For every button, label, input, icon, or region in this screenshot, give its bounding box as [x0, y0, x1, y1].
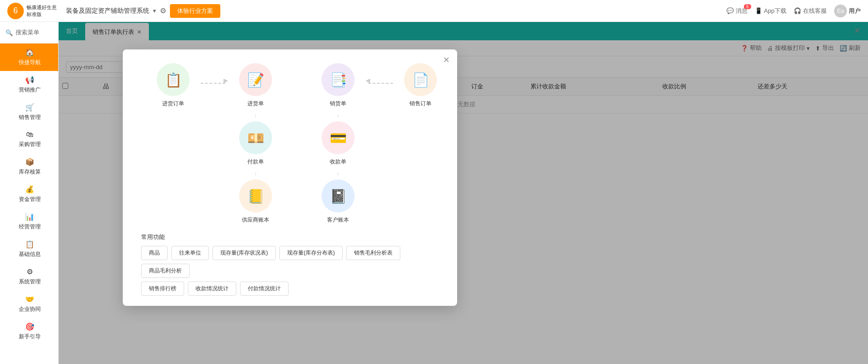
func-pay-stat[interactable]: 付款情况统计 [240, 282, 289, 296]
message-action[interactable]: 💬 消息 6 [726, 7, 748, 15]
online-service-action[interactable]: 🎧 在线客服 [794, 7, 827, 15]
sidebar-item-purchase[interactable]: 🛍 采购管理 [0, 126, 58, 153]
func-row-1: 商品 往来单位 现存量(库存状况表) 现存量(库存分布表) 销售毛利分析表 商品… [141, 246, 439, 278]
customer-ledger-circle: 📓 [322, 179, 355, 212]
sidebar-item-quick-nav[interactable]: 🏠 快捷导航 [0, 43, 58, 71]
sidebar-item-newbie[interactable]: 🎯 新手引导 [0, 318, 58, 345]
sidebar: 🔍 搜索菜单 🏠 快捷导航 📢 营销推广 🛒 销售管理 🛍 采购管理 [0, 22, 59, 364]
sales-icon: 🛒 [25, 103, 34, 112]
user-area[interactable]: Ea 用户 [834, 5, 861, 17]
payment-label: 付款单 [247, 158, 264, 166]
top-left: 6 畅康通好生意 标准版 装备及固定资产辅助管理系统 ▾ ⚙ 体验行业方案 [7, 3, 220, 19]
home-icon: 🏠 [25, 48, 34, 57]
wf-node-purchase[interactable]: 📝 进货单 [239, 63, 272, 108]
receipt-label: 收款单 [330, 158, 346, 166]
popup-overlay[interactable]: ✕ 📋 进货订单 ▶ [59, 22, 868, 364]
app-container: 6 畅康通好生意 标准版 装备及固定资产辅助管理系统 ▾ ⚙ 体验行业方案 💬 … [0, 0, 868, 364]
wf-node-receipt[interactable]: 💳 收款单 [322, 121, 355, 166]
logo-area: 6 畅康通好生意 标准版 [7, 3, 62, 19]
wf-node-payment[interactable]: 💴 付款单 [239, 121, 272, 166]
settings-icon[interactable]: ⚙ [160, 6, 166, 15]
func-partner[interactable]: 往来单位 [171, 246, 209, 260]
sidebar-item-marketing[interactable]: 📢 营销推广 [0, 71, 58, 98]
arrow-right-1: ▶ [201, 77, 228, 94]
arrow-down-3: ↓ [254, 169, 257, 176]
sidebar-search[interactable]: 🔍 搜索菜单 [0, 22, 58, 43]
finance-icon: 💰 [25, 185, 34, 194]
func-stock-status[interactable]: 现存量(库存状况表) [213, 246, 276, 260]
purchase-icon: 🛍 [26, 130, 33, 139]
newbie-icon: 🎯 [25, 322, 34, 331]
download-icon: 📱 [755, 7, 762, 14]
func-goods[interactable]: 商品 [141, 246, 168, 260]
wf-node-sale-order[interactable]: 📄 销售订单 [404, 63, 437, 108]
system-title: 装备及固定资产辅助管理系统 [66, 7, 149, 15]
inventory-icon: 📦 [25, 158, 34, 166]
wf-node-supplier-ledger[interactable]: 📒 供应商账本 [239, 179, 272, 224]
arrow-down-2: ↓ [337, 112, 340, 118]
sidebar-item-sales[interactable]: 🛒 销售管理 [0, 98, 58, 126]
headset-icon: 🎧 [794, 7, 801, 14]
popup-close-button[interactable]: ✕ [443, 55, 450, 65]
operations-icon: 📊 [25, 212, 34, 221]
receipt-circle: 💳 [322, 121, 355, 154]
enterprise-icon: 🤝 [25, 295, 34, 304]
func-row-2: 销售排行榜 收款情况统计 付款情况统计 [141, 282, 439, 296]
purchase-order-label: 进货订单 [162, 100, 184, 108]
sale-order-circle: 📄 [404, 63, 437, 96]
message-badge: 6 [744, 4, 751, 9]
payment-circle: 💴 [239, 121, 272, 154]
supplier-ledger-label: 供应商账本 [242, 216, 269, 224]
wf-node-purchase-order[interactable]: 📋 进货订单 [157, 63, 190, 108]
avatar: Ea [834, 5, 847, 17]
popup: ✕ 📋 进货订单 ▶ [123, 49, 457, 306]
message-icon: 💬 [726, 7, 734, 14]
dropdown-icon[interactable]: ▾ [153, 7, 156, 14]
sale-circle: 📑 [322, 63, 355, 96]
try-button[interactable]: 体验行业方案 [170, 4, 220, 18]
top-right: 💬 消息 6 📱 App下载 🎧 在线客服 Ea 用户 [726, 5, 861, 17]
app-download-action[interactable]: 📱 App下载 [755, 7, 786, 15]
purchase-label: 进货单 [247, 100, 264, 108]
sidebar-item-system[interactable]: ⚙ 系统管理 [0, 263, 58, 290]
logo-text: 畅康通好生意 标准版 [27, 4, 57, 17]
arrow-down-1: ↓ [254, 112, 257, 118]
common-funcs-title: 常用功能 [141, 233, 439, 241]
basic-info-icon: 📋 [25, 240, 34, 249]
sale-label: 销货单 [330, 100, 346, 108]
search-menu-btn[interactable]: 🔍 搜索菜单 [4, 27, 55, 38]
purchase-circle: 📝 [239, 63, 272, 96]
wf-node-sale[interactable]: 📑 销货单 [322, 63, 355, 108]
content-area: 首页 销售订单执行表 ✕ ✕ ❓ 帮助 🖨 按模板打印 ▾ [59, 22, 868, 364]
common-funcs: 常用功能 商品 往来单位 现存量(库存状况表) 现存量(库存分布表) 销售毛利分… [123, 228, 457, 306]
supplier-ledger-circle: 📒 [239, 179, 272, 212]
wf-node-customer-ledger[interactable]: 📓 客户账本 [322, 179, 355, 224]
marketing-icon: 📢 [25, 76, 34, 84]
top-bar: 6 畅康通好生意 标准版 装备及固定资产辅助管理系统 ▾ ⚙ 体验行业方案 💬 … [0, 0, 868, 22]
func-stock-dist[interactable]: 现存量(库存分布表) [279, 246, 343, 260]
func-goods-profit[interactable]: 商品毛利分析 [141, 264, 190, 278]
sidebar-item-operations[interactable]: 📊 经营管理 [0, 208, 58, 235]
arrow-left-1: ◀ [366, 77, 393, 94]
workflow-grid: 📋 进货订单 ▶ 📝 进货单 [123, 49, 457, 228]
sidebar-item-basic-info[interactable]: 📋 基础信息 [0, 235, 58, 263]
sidebar-item-inventory[interactable]: 📦 库存核算 [0, 153, 58, 180]
sidebar-item-enterprise[interactable]: 🤝 企业协同 [0, 290, 58, 318]
func-recv-stat[interactable]: 收款情况统计 [188, 282, 236, 296]
arrow-down-4: ↓ [337, 169, 340, 176]
purchase-order-circle: 📋 [157, 63, 190, 96]
system-icon: ⚙ [27, 267, 33, 276]
sale-order-label: 销售订单 [409, 100, 431, 108]
func-sales-rank[interactable]: 销售排行榜 [141, 282, 184, 296]
sidebar-item-finance[interactable]: 💰 资金管理 [0, 180, 58, 208]
func-sales-profit[interactable]: 销售毛利分析表 [346, 246, 400, 260]
search-icon: 🔍 [5, 29, 13, 36]
main-area: 🔍 搜索菜单 🏠 快捷导航 📢 营销推广 🛒 销售管理 🛍 采购管理 [0, 22, 868, 364]
logo-icon: 6 [7, 3, 24, 19]
customer-ledger-label: 客户账本 [327, 216, 349, 224]
